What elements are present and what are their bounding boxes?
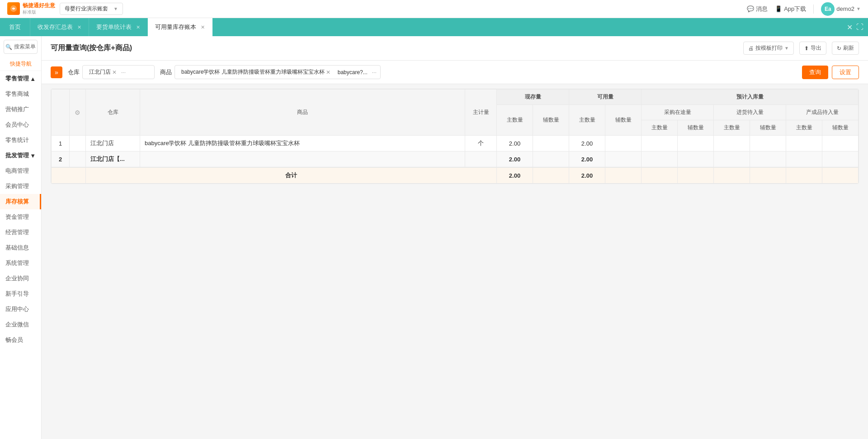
sidebar-item-app-center[interactable]: 应用中心 [0, 302, 41, 317]
close-window-icon[interactable]: ✕ [847, 23, 853, 32]
sidebar-item-enterprise[interactable]: 企业协同 [0, 271, 41, 286]
table-settings-icon[interactable]: ⚙ [75, 109, 80, 116]
table-wrapper: ⚙ 仓库 商品 主计量 现存量 可用量 预计入库量 主数量 辅数量 [42, 84, 868, 439]
cell-gear-2 [70, 151, 86, 168]
cell-avail-aux-1 [605, 136, 642, 151]
th-pt-main: 主数量 [642, 120, 678, 136]
table-row: 1 江北门店 babycare学饮杯 儿童防摔防撞吸管杯重力球吸嘴杯宝宝水杯 个… [52, 136, 859, 151]
cell-cur-main-2: 2.00 [497, 151, 533, 168]
cell-ip-aux-2 [750, 151, 786, 168]
topbar-left: 畅捷通好生意 标准版 母婴行业演示账套 ▼ [7, 2, 123, 15]
th-warehouse: 仓库 [86, 90, 140, 136]
search-menu-button[interactable]: 🔍 搜索菜单 [4, 40, 38, 54]
tab-order-stats[interactable]: 要货单统计表 ✕ [89, 18, 148, 36]
sidebar-item-member-center[interactable]: 会员中心 [0, 117, 41, 132]
tab-available-stock-close[interactable]: ✕ [201, 24, 205, 30]
sidebar-item-retail-management[interactable]: 零售管理 ▲ [0, 71, 41, 86]
brand-sub: 标准版 [23, 9, 55, 15]
page-header: 可用量查询(按仓库+商品) 🖨 按模板打印 ▼ ⬆ 导出 ↻ 刷新 [42, 36, 868, 61]
app-download-button[interactable]: 📱 App下载 [775, 5, 806, 13]
warehouse-label: 仓库 [68, 68, 80, 76]
tab-home[interactable]: 首页 [0, 18, 30, 36]
cell-pp-main-2 [786, 151, 822, 168]
topbar: 畅捷通好生意 标准版 母婴行业演示账套 ▼ 💬 消息 📱 App下载 Ea de… [0, 0, 868, 18]
cell-gear-1 [70, 136, 86, 151]
th-pp-main: 主数量 [786, 120, 822, 136]
sidebar-item-retail-stats[interactable]: 零售统计 [0, 132, 41, 148]
warehouse-input[interactable]: 江北门店 ✕ ··· [82, 65, 155, 79]
table-footer-row: 合计 2.00 2.00 [52, 167, 859, 184]
product-tag-1-remove[interactable]: ✕ [326, 69, 330, 76]
printer-icon: 🖨 [748, 45, 754, 52]
tab-available-stock[interactable]: 可用量库存账本 ✕ [148, 18, 212, 36]
cell-unit-1: 个 [465, 136, 497, 151]
refresh-button[interactable]: ↻ 刷新 [832, 42, 859, 55]
sidebar-item-purchase[interactable]: 采购管理 [0, 179, 41, 194]
export-button[interactable]: ⬆ 导出 [799, 42, 826, 55]
print-button[interactable]: 🖨 按模板打印 ▼ [743, 42, 794, 55]
footer-avail-aux [605, 167, 642, 184]
tab-order-stats-close[interactable]: ✕ [136, 24, 140, 30]
page-title: 可用量查询(按仓库+商品) [51, 43, 132, 53]
footer-total-label: 合计 [86, 167, 497, 184]
sidebar-item-newbie[interactable]: 新手引导 [0, 286, 41, 302]
cell-row-num-1: 1 [52, 136, 70, 151]
th-ip-main: 主数量 [714, 120, 750, 136]
brand-icon [7, 2, 20, 15]
sidebar-item-member[interactable]: 畅会员 [0, 332, 41, 348]
sidebar-item-system[interactable]: 系统管理 [0, 255, 41, 271]
th-production-pending: 产成品待入量 [786, 105, 859, 120]
cell-row-num-2: 2 [52, 151, 70, 168]
filter-toggle-button[interactable]: » [51, 66, 62, 78]
brand-text-block: 畅捷通好生意 标准版 [23, 2, 55, 15]
divider [813, 5, 814, 14]
table-container: ⚙ 仓库 商品 主计量 现存量 可用量 预计入库量 主数量 辅数量 [51, 89, 859, 184]
chevron-down-icon: ▼ [113, 6, 118, 11]
warehouse-tag-remove[interactable]: ✕ [112, 69, 117, 76]
sidebar-item-retail-store[interactable]: 零售商城 [0, 86, 41, 102]
th-available-main: 主数量 [569, 105, 605, 136]
th-pt-aux: 辅数量 [678, 120, 714, 136]
sidebar-item-basic[interactable]: 基础信息 [0, 240, 41, 255]
chevron-up-icon: ▲ [30, 76, 36, 82]
content-area: 可用量查询(按仓库+商品) 🖨 按模板打印 ▼ ⬆ 导出 ↻ 刷新 [42, 36, 868, 439]
sidebar-item-operation[interactable]: 经营管理 [0, 225, 41, 240]
user-menu[interactable]: Ea demo2 ▼ [821, 2, 861, 16]
sidebar-section-retail: 零售管理 ▲ 零售商城 营销推广 会员中心 零售统计 [0, 71, 41, 148]
th-ip-aux: 辅数量 [750, 120, 786, 136]
cell-cur-aux-2 [533, 151, 569, 168]
sidebar-item-marketing[interactable]: 营销推广 [0, 102, 41, 117]
sidebar-quick-nav[interactable]: 快捷导航 [0, 57, 41, 71]
settings-button[interactable]: 设置 [832, 66, 859, 79]
message-button[interactable]: 💬 消息 [747, 5, 768, 13]
sidebar-item-ecommerce[interactable]: 电商管理 [0, 163, 41, 179]
export-icon: ⬆ [804, 45, 809, 52]
sidebar-item-inventory[interactable]: 库存核算 [0, 194, 41, 209]
warehouse-filter-group: 仓库 江北门店 ✕ ··· [68, 65, 155, 79]
product-input[interactable]: babycare学饮杯 儿童防摔防撞吸管杯重力球吸嘴杯宝宝水杯 ✕ babyca… [175, 65, 381, 79]
footer-avail-main: 2.00 [569, 167, 605, 184]
sidebar-item-finance[interactable]: 资金管理 [0, 209, 41, 225]
tab-receipt[interactable]: 收发存汇总表 ✕ [30, 18, 89, 36]
warehouse-tag: 江北门店 ✕ [86, 67, 119, 77]
warehouse-ellipsis[interactable]: ··· [121, 69, 126, 76]
th-current-main: 主数量 [497, 105, 533, 136]
product-filter-group: 商品 babycare学饮杯 儿童防摔防撞吸管杯重力球吸嘴杯宝宝水杯 ✕ bab… [160, 65, 381, 79]
th-incoming-pending: 进货待入量 [714, 105, 786, 120]
th-available: 可用量 [569, 90, 642, 105]
maximize-window-icon[interactable]: ⛶ [856, 23, 863, 31]
page-header-actions: 🖨 按模板打印 ▼ ⬆ 导出 ↻ 刷新 [743, 42, 859, 55]
industry-selector[interactable]: 母婴行业演示账套 ▼ [60, 3, 123, 15]
sidebar-search-area: 🔍 搜索菜单 [0, 36, 41, 57]
cell-avail-aux-2 [605, 151, 642, 168]
avatar: Ea [821, 2, 835, 16]
th-current-aux: 辅数量 [533, 105, 569, 136]
th-row-num [52, 90, 70, 136]
tab-receipt-close[interactable]: ✕ [77, 24, 81, 30]
cell-warehouse-1: 江北门店 [86, 136, 140, 151]
sidebar-item-wholesale-management[interactable]: 批发管理 ▼ [0, 148, 41, 163]
product-ellipsis[interactable]: ··· [372, 69, 377, 76]
cell-pt-main-1 [642, 136, 678, 151]
query-button[interactable]: 查询 [802, 66, 828, 79]
sidebar-item-wechat[interactable]: 企业微信 [0, 317, 41, 332]
